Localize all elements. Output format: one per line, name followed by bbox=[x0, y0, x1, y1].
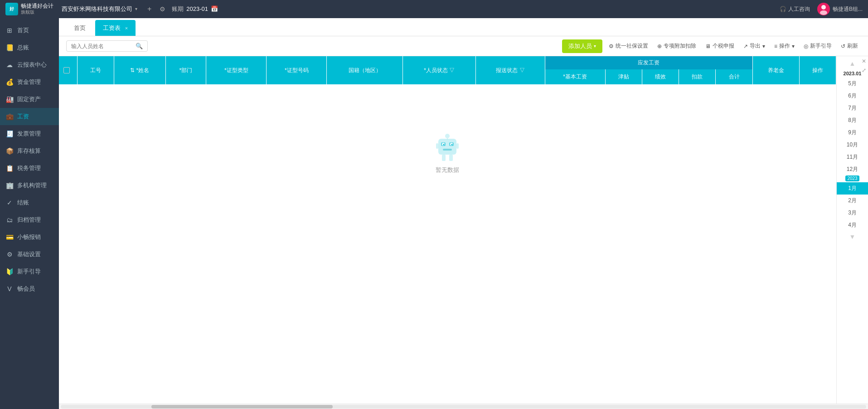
social-security-label: 统一社保设置 bbox=[616, 42, 648, 50]
th-deduction: 扣款 bbox=[679, 69, 716, 84]
special-deduction-button[interactable]: ⊕ 专项附加扣除 bbox=[655, 40, 699, 52]
month-item-6[interactable]: 6月 bbox=[837, 90, 868, 102]
top-bar-left: 好 畅捷通好会计 旗舰版 西安虾米网络科技有限公司 ▾ + ⚙ 账期 2023-… bbox=[5, 3, 218, 15]
logo-subtitle: 旗舰版 bbox=[21, 9, 53, 15]
customer-service-button[interactable]: 🎧 人工咨询 bbox=[780, 5, 810, 13]
sidebar-item-salary[interactable]: 💼 工资 bbox=[0, 108, 59, 125]
scrollbar-thumb[interactable] bbox=[151, 405, 333, 409]
sidebar-item-settings[interactable]: ⚙ 基础设置 bbox=[0, 246, 59, 263]
user-profile-button[interactable]: 畅捷通B组... bbox=[817, 3, 863, 15]
personal-tax-label: 个税申报 bbox=[713, 42, 734, 50]
horizontal-scrollbar[interactable] bbox=[59, 404, 868, 409]
search-wrapper[interactable]: 🔍 bbox=[66, 40, 148, 52]
social-security-icon: ⚙ bbox=[609, 43, 614, 49]
th-report-status: 报送状态 ▽ bbox=[476, 56, 545, 84]
sidebar: ⊞ 首页 📒 总账 ☁ 云报表中心 💰 资金管理 🏭 固定资产 💼 工资 bbox=[0, 18, 59, 409]
settings-icon[interactable]: ⚙ bbox=[158, 4, 167, 15]
sidebar-item-tax[interactable]: 📋 税务管理 bbox=[0, 160, 59, 177]
sidebar-item-home[interactable]: ⊞ 首页 bbox=[0, 22, 59, 39]
logo-area: 好 畅捷通好会计 旗舰版 bbox=[5, 3, 53, 15]
svg-rect-9 bbox=[449, 155, 453, 161]
svg-rect-8 bbox=[442, 155, 446, 161]
report-filter-icon[interactable]: ▽ bbox=[519, 67, 525, 73]
sidebar-item-multi-org[interactable]: 🏢 多机构管理 bbox=[0, 177, 59, 194]
month-item-11[interactable]: 11月 bbox=[837, 151, 868, 163]
right-panel: ▲ 2023.01 5月 6月 7月 8月 9月 10月 11月 12月 202… bbox=[836, 56, 868, 404]
add-person-button[interactable]: 添加人员 ▾ bbox=[562, 39, 602, 53]
company-selector[interactable]: 西安虾米网络科技有限公司 ▾ bbox=[58, 3, 141, 15]
th-basic-wage: *基本工资 bbox=[545, 69, 605, 84]
top-bar: 好 畅捷通好会计 旗舰版 西安虾米网络科技有限公司 ▾ + ⚙ 账期 2023-… bbox=[0, 0, 868, 18]
sidebar-item-ledger[interactable]: 📒 总账 bbox=[0, 39, 59, 56]
tab-close-icon[interactable]: × bbox=[125, 25, 128, 31]
month-item-2[interactable]: 2月 bbox=[837, 195, 868, 207]
personal-tax-button[interactable]: 🖥 个税申报 bbox=[703, 40, 737, 52]
search-icon[interactable]: 🔍 bbox=[136, 43, 143, 49]
sidebar-item-archive[interactable]: 🗂 归档管理 bbox=[0, 211, 59, 229]
refresh-button[interactable]: ↺ 刷新 bbox=[838, 40, 861, 52]
month-item-3[interactable]: 3月 bbox=[837, 207, 868, 219]
operations-label: 操作 bbox=[779, 42, 790, 50]
sidebar-item-inventory[interactable]: 📦 库存核算 bbox=[0, 142, 59, 160]
month-item-12[interactable]: 12月 bbox=[837, 163, 868, 175]
th-total: 合计 bbox=[716, 69, 752, 84]
company-name: 西安虾米网络科技有限公司 bbox=[62, 5, 132, 13]
sidebar-item-expense[interactable]: 💳 小畅报销 bbox=[0, 229, 59, 246]
guide-button[interactable]: ◎ 新手引导 bbox=[801, 40, 834, 52]
sidebar-item-cloud-report[interactable]: ☁ 云报表中心 bbox=[0, 56, 59, 73]
tab-home[interactable]: 首页 bbox=[66, 20, 93, 36]
empty-icon bbox=[429, 130, 466, 166]
social-security-button[interactable]: ⚙ 统一社保设置 bbox=[606, 40, 651, 52]
sidebar-label: 首页 bbox=[17, 26, 29, 34]
nav-up-arrow[interactable]: ▲ bbox=[848, 58, 858, 69]
logo-title: 畅捷通好会计 bbox=[21, 3, 53, 9]
cloud-icon: ☁ bbox=[5, 61, 14, 68]
th-wage-group: 应发工资 bbox=[545, 56, 752, 69]
operations-icon: ≡ bbox=[774, 43, 777, 49]
filter-icon[interactable]: ▽ bbox=[449, 67, 455, 73]
month-item-1-active[interactable]: 1月 bbox=[837, 182, 868, 195]
service-label: 人工咨询 bbox=[788, 5, 810, 13]
add-company-button[interactable]: + bbox=[145, 3, 153, 15]
sidebar-label: 资金管理 bbox=[17, 78, 41, 86]
month-item-4[interactable]: 4月 bbox=[837, 219, 868, 231]
th-name: ⇅ *姓名 bbox=[114, 56, 165, 84]
sidebar-label: 税务管理 bbox=[17, 164, 41, 172]
content-area: 首页 工资表 × 🔍 添加人员 ▾ bbox=[59, 18, 868, 409]
svg-point-1 bbox=[820, 10, 827, 15]
select-all-checkbox[interactable] bbox=[63, 67, 70, 73]
operations-button[interactable]: ≡ 操作 ▾ bbox=[771, 40, 797, 52]
ledger-icon: 📒 bbox=[5, 44, 14, 51]
sidebar-item-invoice[interactable]: 🧾 发票管理 bbox=[0, 125, 59, 142]
year-badge: 2023 bbox=[845, 175, 859, 181]
dropdown-arrow-icon: ▾ bbox=[594, 44, 596, 49]
special-deduction-icon: ⊕ bbox=[657, 43, 662, 49]
month-item-9[interactable]: 9月 bbox=[837, 127, 868, 139]
settings-menu-icon: ⚙ bbox=[5, 251, 14, 258]
export-arrow-icon: ▾ bbox=[762, 43, 765, 49]
month-item-8[interactable]: 8月 bbox=[837, 114, 868, 127]
month-item-10[interactable]: 10月 bbox=[837, 139, 868, 151]
operations-arrow-icon: ▾ bbox=[792, 43, 795, 49]
sidebar-item-vip[interactable]: V 畅会员 bbox=[0, 280, 59, 297]
sidebar-item-fund[interactable]: 💰 资金管理 bbox=[0, 73, 59, 91]
personal-tax-icon: 🖥 bbox=[705, 43, 711, 49]
sidebar-item-close[interactable]: ✓ 结账 bbox=[0, 194, 59, 211]
export-button[interactable]: ↗ 导出 ▾ bbox=[741, 40, 768, 52]
vip-icon: V bbox=[5, 285, 14, 292]
calendar-icon[interactable]: 📅 bbox=[211, 5, 218, 12]
tax-icon: 📋 bbox=[5, 165, 14, 172]
sidebar-label: 云报表中心 bbox=[17, 61, 47, 69]
empty-row: 暂无数据 bbox=[59, 84, 836, 219]
month-item-7[interactable]: 7月 bbox=[837, 102, 868, 114]
nav-down-arrow[interactable]: ▼ bbox=[848, 231, 858, 242]
search-input[interactable] bbox=[71, 43, 133, 49]
expand-panel-button[interactable]: ⤢ bbox=[862, 67, 866, 73]
tab-salary-table[interactable]: 工资表 × bbox=[95, 20, 136, 36]
svg-rect-2 bbox=[438, 139, 456, 155]
period-display: 2023.01 bbox=[844, 71, 862, 76]
sidebar-item-fixed-assets[interactable]: 🏭 固定资产 bbox=[0, 91, 59, 108]
month-item-5[interactable]: 5月 bbox=[837, 78, 868, 90]
close-panel-button[interactable]: ✕ bbox=[862, 58, 866, 64]
sidebar-item-guide[interactable]: 🔰 新手引导 bbox=[0, 263, 59, 280]
